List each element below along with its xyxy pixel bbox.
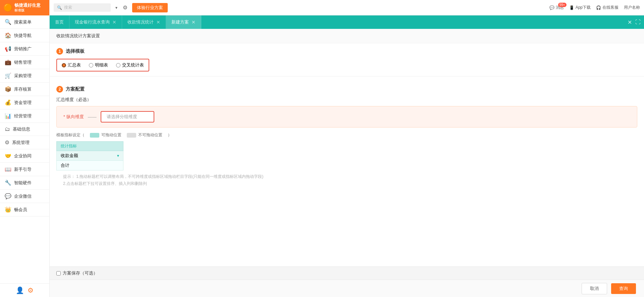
topbar-search-box[interactable]: 🔍 搜索 (54, 3, 111, 12)
edition-text: 标准版 (14, 8, 41, 13)
amount-label: 收款金额 (61, 153, 78, 159)
sidebar-item-0[interactable]: 🔍 搜索菜单 (0, 15, 49, 29)
legend-non-draggable-label: 不可拖动位置 (138, 132, 162, 138)
radio-cross-label: 交叉统计表 (122, 62, 144, 68)
radio-summary-input[interactable] (62, 63, 66, 67)
topbar-right: 💬 消息 99+ 📱 App下载 🎧 在线客服 用户名称 (549, 5, 640, 10)
dimension-selector[interactable]: 请选择分组维度 (101, 111, 154, 122)
sidebar-icon-1: 🏠 (5, 32, 11, 39)
sidebar-label-6: 资金管理 (14, 100, 32, 106)
vertical-dim-label: * 纵向维度 (63, 114, 84, 120)
legend-non-draggable: 不可拖动位置 (127, 132, 162, 138)
sidebar-settings-icon[interactable]: ⚙ (28, 286, 34, 294)
indicator-legend: 模板指标设定（ 可拖动位置 不可拖动位置 ） (56, 132, 637, 138)
radio-summary[interactable]: 汇总表 (62, 62, 81, 68)
save-checkbox[interactable] (56, 271, 61, 276)
sidebar-label-8: 基础信息 (13, 126, 30, 132)
sidebar-item-6[interactable]: 💰 资金管理 (0, 96, 49, 109)
sidebar-icon-12: 🔧 (5, 180, 11, 186)
search-placeholder-text: 搜索 (64, 5, 72, 10)
cancel-button[interactable]: 取消 (582, 283, 607, 294)
sidebar-item-3[interactable]: 💼 销售管理 (0, 56, 49, 69)
sidebar-label-12: 智能硬件 (14, 180, 32, 186)
sidebar-icon-14: 👑 (5, 206, 11, 213)
tab-close-2[interactable]: ✕ (156, 19, 160, 25)
sidebar-item-9[interactable]: ⚙ 系统管理 (0, 136, 49, 149)
sidebar-user-icon[interactable]: 👤 (16, 286, 24, 294)
dimension-section-label: 汇总维度（必选） (56, 97, 637, 103)
sidebar-label-14: 畅会员 (14, 207, 27, 213)
radio-cross[interactable]: 交叉统计表 (116, 62, 144, 68)
step1-badge: 1 (56, 48, 63, 55)
tabs-bar: 首页现金银行流水查询✕收款情况统计✕新建方案✕ ✕ ⛶ (50, 15, 644, 29)
topbar-gear-icon[interactable]: ⚙ (123, 4, 127, 11)
legend-non-draggable-box (127, 133, 136, 138)
sidebar-item-10[interactable]: 🤝 企业协同 (0, 149, 49, 163)
sidebar-icon-0: 🔍 (5, 19, 11, 25)
sidebar-item-11[interactable]: 📖 新手引导 (0, 163, 49, 176)
tab-0[interactable]: 首页 (50, 15, 69, 29)
radio-summary-label: 汇总表 (68, 62, 81, 68)
tab-minimize-icon[interactable]: ✕ (628, 19, 632, 26)
tips-section: 提示： 1.拖动标题栏可以调整布局，不可跨维度或指标区域拖动栏目字段(只能在同一… (56, 170, 637, 193)
search-icon: 🔍 (57, 5, 62, 10)
sidebar-item-14[interactable]: 👑 畅会员 (0, 203, 49, 216)
topbar-download[interactable]: 📱 App下载 (569, 5, 591, 10)
download-label: App下载 (576, 5, 591, 10)
sidebar-label-9: 系统管理 (12, 140, 30, 146)
template-options: 汇总表 明细表 交叉统计表 (56, 59, 149, 71)
sidebar-item-5[interactable]: 📦 库存核算 (0, 83, 49, 96)
tabs-right: ✕ ⛶ (628, 15, 644, 29)
radio-detail[interactable]: 明细表 (89, 62, 108, 68)
sidebar-label-11: 新手引导 (14, 166, 32, 172)
download-icon: 📱 (569, 5, 574, 10)
topbar-username: 用户名称 (624, 5, 640, 10)
topbar-dropdown-arrow[interactable]: ▾ (115, 5, 117, 10)
industry-btn[interactable]: 体验行业方案 (132, 3, 168, 12)
topbar-msg[interactable]: 💬 消息 99+ (549, 5, 564, 10)
save-label[interactable]: 方案保存（可选） (56, 270, 98, 276)
msg-badge: 99+ (558, 3, 567, 7)
step2-label: 方案配置 (66, 86, 85, 92)
sidebar-label-13: 企业微信 (14, 193, 32, 199)
dimension-arrow: —— (88, 114, 97, 119)
sidebar-label-10: 企业协同 (14, 153, 32, 159)
sidebar-label-0: 搜索菜单 (14, 19, 32, 25)
tab-2[interactable]: 收款情况统计✕ (122, 15, 166, 29)
sidebar-item-7[interactable]: 📊 经营管理 (0, 109, 49, 123)
tab-1[interactable]: 现金银行流水查询✕ (69, 15, 122, 29)
service-label: 在线客服 (602, 5, 619, 10)
sidebar-item-12[interactable]: 🔧 智能硬件 (0, 176, 49, 190)
sidebar-item-13[interactable]: 💬 企业微信 (0, 190, 49, 203)
sidebar-item-1[interactable]: 🏠 快捷导航 (0, 29, 49, 42)
legend-draggable-box (90, 133, 99, 138)
sidebar-icon-8: 🗂 (5, 126, 10, 132)
save-section: 方案保存（可选） (50, 266, 644, 280)
sidebar-item-2[interactable]: 📢 营销推广 (0, 42, 49, 56)
indicator-section-close: ） (168, 132, 172, 138)
tab-close-1[interactable]: ✕ (112, 19, 116, 25)
tab-3[interactable]: 新建方案✕ (166, 15, 201, 29)
sidebar-icon-3: 💼 (5, 59, 11, 65)
legend-draggable: 可拖动位置 (90, 132, 121, 138)
radio-detail-input[interactable] (89, 63, 93, 67)
query-button[interactable]: 查询 (611, 283, 636, 294)
sidebar-icon-11: 📖 (5, 166, 11, 172)
tab-close-3[interactable]: ✕ (192, 19, 196, 25)
amount-dropdown-icon[interactable]: ▾ (117, 153, 119, 158)
sidebar-item-4[interactable]: 🛒 采购管理 (0, 69, 49, 83)
topbar-service[interactable]: 🎧 在线客服 (596, 5, 619, 10)
tab-label-0: 首页 (55, 19, 64, 25)
total-label: 合计 (61, 162, 69, 168)
page-header-text: 收款情况统计方案设置 (56, 33, 100, 38)
save-label-text: 方案保存（可选） (63, 270, 98, 276)
tab-maximize-icon[interactable]: ⛶ (635, 19, 641, 25)
radio-cross-input[interactable] (116, 63, 120, 67)
tab-label-2: 收款情况统计 (127, 19, 154, 25)
topbar: 🔍 搜索 ▾ ⚙ 体验行业方案 💬 消息 99+ 📱 App下载 🎧 在线客服 … (50, 0, 644, 15)
tab-label-1: 现金银行流水查询 (75, 19, 110, 25)
sidebar-item-8[interactable]: 🗂 基础信息 (0, 123, 49, 136)
step1-title: 1 选择模板 (56, 48, 637, 55)
sidebar-bottom: 👤 ⚙ (0, 283, 49, 297)
logo-text: 畅捷通好生意 (14, 3, 41, 8)
